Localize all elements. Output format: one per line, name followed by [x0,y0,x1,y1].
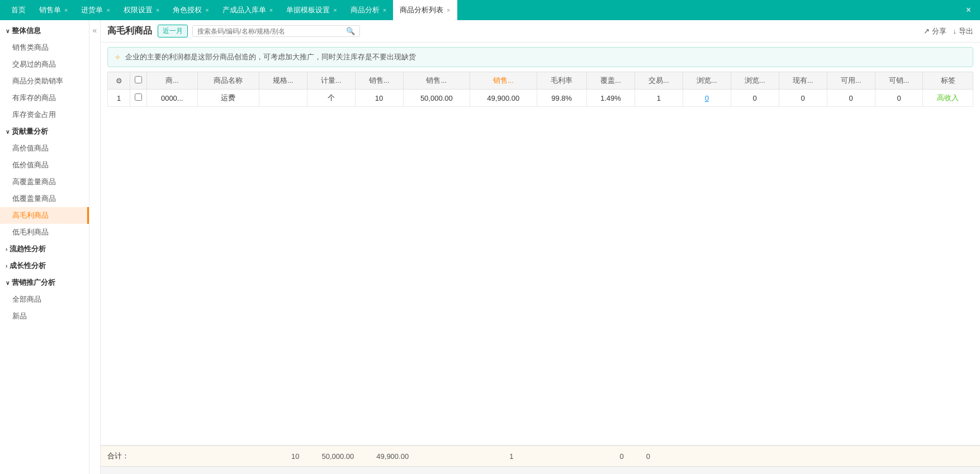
col-name: 商品名称 [197,72,259,90]
cell-gross-rate: 99.8% [537,90,586,107]
col-gross-rate: 毛利率 [537,72,586,90]
sidebar-collapse-button[interactable]: « [89,20,101,474]
nav-role-auth[interactable]: 角色授权 × [166,0,215,20]
cell-name: 运费 [197,90,259,107]
cell-code: 0000... [147,90,198,107]
cell-sales1: 10 [355,90,403,107]
sidebar-item-high-value[interactable]: 高价值商品 [0,140,89,157]
sidebar-item-high-coverage[interactable]: 高覆盖量商品 [0,173,89,190]
export-button[interactable]: ↓ 导出 [953,26,974,36]
cell-browse1[interactable]: 0 [683,90,731,107]
cell-spec [259,90,307,107]
page-title: 高毛利商品 [107,25,152,37]
cell-current: 0 [779,90,827,107]
filter-recent-month-button[interactable]: 近一月 [158,25,188,37]
footer-available: 0 [646,452,650,461]
footer-values: 10 50,000.00 49,900.00 1 0 0 [140,452,650,461]
window-close-button[interactable]: × [962,5,976,15]
nav-template-settings[interactable]: 单据模板设置 × [280,0,343,20]
col-sellable: 可销... [875,72,923,90]
sidebar: ∨ 整体信息 销售类商品 交易过的商品 商品分类助销率 有库存的商品 库存资金占… [0,20,89,474]
share-icon: ↗ [924,27,930,35]
col-spec: 规格... [259,72,307,90]
table-container[interactable]: ⚙ 商... 商品名称 规格... 计量... 销售... 销售... 销售..… [101,72,980,445]
arrow-growth: › [6,263,7,269]
sidebar-item-low-margin[interactable]: 低毛利商品 [0,224,89,241]
close-product-inbound[interactable]: × [269,7,273,13]
search-icon[interactable]: 🔍 [346,27,355,35]
close-permission-settings[interactable]: × [156,7,159,13]
cell-tag: 高收入 [923,90,973,107]
cell-check[interactable] [130,90,147,107]
footer-total: 合计： 10 50,000.00 49,900.00 1 0 0 [101,445,980,466]
col-browse1: 浏览... [683,72,731,90]
main-area: ∨ 整体信息 销售类商品 交易过的商品 商品分类助销率 有库存的商品 库存资金占… [0,20,980,474]
nav-permission-settings[interactable]: 权限设置 × [117,0,166,20]
close-role-auth[interactable]: × [205,7,209,13]
cell-transaction: 1 [635,90,683,107]
col-transaction: 交易... [635,72,683,90]
cell-coverage: 1.49% [586,90,635,107]
nav-product-inbound[interactable]: 产成品入库单 × [216,0,280,20]
col-code: 商... [147,72,198,90]
close-product-analysis[interactable]: × [383,7,386,13]
sidebar-item-traded-goods[interactable]: 交易过的商品 [0,56,89,73]
close-product-analysis-list[interactable]: × [447,7,450,13]
footer-sales2: 50,000.00 [321,452,354,461]
nav-sales-order[interactable]: 销售单 × [32,0,74,20]
search-box: 🔍 [192,25,360,37]
arrow-overall: ∨ [6,28,10,34]
search-input[interactable] [197,27,344,35]
settings-icon[interactable]: ⚙ [116,77,122,85]
row-checkbox[interactable] [135,93,142,101]
footer-sales3: 49,900.00 [376,452,409,461]
footer-current: 0 [619,452,623,461]
sidebar-item-all-goods[interactable]: 全部商品 [0,291,89,308]
sidebar-item-inventory-capital[interactable]: 库存资金占用 [0,106,89,123]
cell-sales2: 50,000.00 [403,90,470,107]
sidebar-item-in-stock-goods[interactable]: 有库存的商品 [0,90,89,106]
sidebar-item-low-value[interactable]: 低价值商品 [0,157,89,173]
nav-home[interactable]: 首页 [4,0,32,20]
table-row: 1 0000... 运费 个 10 50,000.00 49,900.00 99… [108,90,973,107]
nav-product-analysis[interactable]: 商品分析 × [344,0,393,20]
export-icon: ↓ [953,27,957,35]
share-button[interactable]: ↗ 分享 [924,26,946,36]
arrow-trend: › [6,246,7,252]
sidebar-group-contribution[interactable]: ∨ 贡献量分析 [0,123,89,140]
cell-available: 0 [827,90,875,107]
sidebar-group-marketing[interactable]: ∨ 营销推广分析 [0,274,89,291]
horizontal-scrollbar[interactable] [101,466,980,474]
sidebar-item-high-margin[interactable]: 高毛利商品 [0,207,89,224]
footer-transaction: 1 [509,452,513,461]
arrow-marketing: ∨ [6,280,10,286]
sidebar-item-category-sales-rate[interactable]: 商品分类助销率 [0,73,89,90]
sidebar-item-low-coverage[interactable]: 低覆盖量商品 [0,190,89,207]
col-tag: 标签 [923,72,973,90]
cell-seq: 1 [108,90,130,107]
top-navigation: 首页 销售单 × 进货单 × 权限设置 × 角色授权 × 产成品入库单 × 单据… [0,0,980,20]
select-all-checkbox[interactable] [135,76,142,83]
sidebar-group-overall[interactable]: ∨ 整体信息 [0,22,89,39]
sidebar-group-trend[interactable]: › 流趋性分析 [0,241,89,257]
content-panel: 高毛利商品 近一月 🔍 ↗ 分享 ↓ 导出 ✧ 企业的主要的利润都是这部分商品创… [101,20,980,474]
close-purchase-order[interactable]: × [106,7,110,13]
cell-browse2: 0 [731,90,779,107]
cell-unit: 个 [307,90,355,107]
close-sales-order[interactable]: × [64,7,68,13]
arrow-contribution: ∨ [6,129,10,135]
col-sales3: 销售... [470,72,537,90]
col-seq: ⚙ [108,72,130,90]
nav-purchase-order[interactable]: 进货单 × [74,0,116,20]
footer-sales1: 10 [291,452,299,461]
col-check [130,72,147,90]
collapse-icon: « [93,26,97,35]
sidebar-item-new-goods[interactable]: 新品 [0,308,89,325]
sidebar-item-sales-goods[interactable]: 销售类商品 [0,39,89,56]
nav-product-analysis-list[interactable]: 商品分析列表 × [393,0,457,20]
sidebar-group-growth[interactable]: › 成长性分析 [0,257,89,274]
data-table: ⚙ 商... 商品名称 规格... 计量... 销售... 销售... 销售..… [107,72,973,107]
info-icon: ✧ [115,53,121,62]
table-header-row: ⚙ 商... 商品名称 规格... 计量... 销售... 销售... 销售..… [108,72,973,90]
close-template-settings[interactable]: × [333,7,337,13]
